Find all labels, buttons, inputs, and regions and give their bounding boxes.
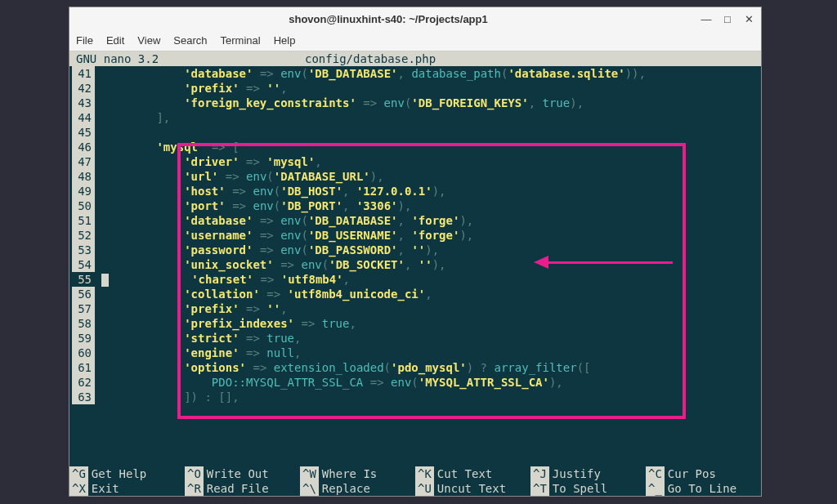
line-number: 59 bbox=[72, 331, 95, 346]
line-code[interactable]: 'username' => env('DB_USERNAME', 'forge'… bbox=[95, 228, 473, 243]
line-code[interactable]: 'mysql' => [ bbox=[95, 140, 239, 154]
code-line[interactable]: 63 ]) : [], bbox=[69, 390, 761, 404]
line-number: 60 bbox=[72, 346, 95, 360]
line-number: 57 bbox=[72, 301, 95, 316]
code-line[interactable]: 43 'foreign_key_constraints' => env('DB_… bbox=[69, 96, 761, 110]
shortcut-item: ^CCur Pos bbox=[646, 466, 761, 481]
maximize-button[interactable]: □ bbox=[722, 13, 733, 25]
line-number: 63 bbox=[72, 390, 95, 404]
shortcut-label: To Spell bbox=[549, 481, 607, 496]
line-number: 53 bbox=[72, 243, 95, 257]
line-code[interactable] bbox=[95, 125, 101, 140]
menu-terminal[interactable]: Terminal bbox=[221, 34, 261, 47]
shortcut-item: ^KCut Text bbox=[415, 466, 530, 481]
line-code[interactable]: 'options' => extension_loaded('pdo_mysql… bbox=[95, 360, 591, 375]
line-number: 46 bbox=[72, 140, 95, 154]
shortcut-label: Go To Line bbox=[665, 481, 736, 496]
line-code[interactable]: 'charset' => 'utf8mb4', bbox=[95, 272, 350, 287]
shortcut-item: ^OWrite Out bbox=[185, 466, 300, 481]
line-number: 45 bbox=[72, 125, 95, 140]
code-line[interactable]: 41 'database' => env('DB_DATABASE', data… bbox=[69, 66, 761, 81]
line-number: 50 bbox=[72, 198, 95, 213]
code-line[interactable]: 60 'engine' => null, bbox=[69, 346, 761, 360]
line-code[interactable]: ]) : [], bbox=[95, 390, 239, 404]
shortcut-key: ^_ bbox=[646, 481, 665, 496]
line-code[interactable]: 'host' => env('DB_HOST', '127.0.0.1'), bbox=[95, 184, 446, 198]
code-line[interactable]: 49 'host' => env('DB_HOST', '127.0.0.1')… bbox=[69, 184, 761, 198]
shortcut-label: Uncut Text bbox=[434, 481, 506, 496]
line-number: 55 bbox=[72, 272, 95, 287]
menu-edit[interactable]: Edit bbox=[106, 34, 124, 47]
terminal-content[interactable]: GNU nano 3.2 config/database.php 41 'dat… bbox=[69, 51, 761, 496]
code-line[interactable]: 52 'username' => env('DB_USERNAME', 'for… bbox=[69, 228, 761, 243]
shortcut-label: Read File bbox=[204, 481, 269, 496]
code-line[interactable]: 47 'driver' => 'mysql', bbox=[69, 154, 761, 169]
code-line[interactable]: 48 'url' => env('DATABASE_URL'), bbox=[69, 169, 761, 184]
line-number: 49 bbox=[72, 184, 95, 198]
code-line[interactable]: 56 'collation' => 'utf8mb4_unicode_ci', bbox=[69, 287, 761, 301]
line-code[interactable]: 'prefix' => '', bbox=[95, 81, 288, 96]
line-code[interactable]: 'collation' => 'utf8mb4_unicode_ci', bbox=[95, 287, 432, 301]
code-line[interactable]: 50 'port' => env('DB_PORT', '3306'), bbox=[69, 198, 761, 213]
line-number: 42 bbox=[72, 81, 95, 96]
line-number: 47 bbox=[72, 154, 95, 169]
code-line[interactable]: 57 'prefix' => '', bbox=[69, 301, 761, 316]
menu-help[interactable]: Help bbox=[274, 34, 296, 47]
annotation-arrow bbox=[534, 259, 673, 265]
code-line[interactable]: 51 'database' => env('DB_DATABASE', 'for… bbox=[69, 213, 761, 228]
line-code[interactable]: 'engine' => null, bbox=[95, 346, 301, 360]
minimize-button[interactable]: — bbox=[700, 13, 712, 25]
code-line[interactable]: 61 'options' => extension_loaded('pdo_my… bbox=[69, 360, 761, 375]
line-number: 41 bbox=[72, 66, 95, 81]
line-number: 51 bbox=[72, 213, 95, 228]
line-code[interactable]: ], bbox=[95, 110, 170, 125]
menu-view[interactable]: View bbox=[137, 34, 160, 47]
nano-version: GNU nano 3.2 bbox=[76, 51, 305, 66]
line-code[interactable]: 'strict' => true, bbox=[95, 331, 301, 346]
line-code[interactable]: 'prefix_indexes' => true, bbox=[95, 316, 356, 331]
shortcut-key: ^O bbox=[185, 466, 204, 481]
shortcut-key: ^J bbox=[530, 466, 549, 481]
line-number: 44 bbox=[72, 110, 95, 125]
line-code[interactable]: 'url' => env('DATABASE_URL'), bbox=[95, 169, 384, 184]
shortcut-item: ^JJustify bbox=[530, 466, 646, 481]
code-line[interactable]: 42 'prefix' => '', bbox=[69, 81, 761, 96]
close-button[interactable]: ✕ bbox=[743, 13, 754, 25]
menubar: File Edit View Search Terminal Help bbox=[69, 30, 761, 51]
code-line[interactable]: 58 'prefix_indexes' => true, bbox=[69, 316, 761, 331]
line-code[interactable]: 'port' => env('DB_PORT', '3306'), bbox=[95, 198, 411, 213]
line-code[interactable]: 'foreign_key_constraints' => env('DB_FOR… bbox=[95, 96, 584, 110]
line-code[interactable]: 'prefix' => '', bbox=[95, 301, 288, 316]
shortcut-item: ^_Go To Line bbox=[646, 481, 761, 496]
shortcut-label: Justify bbox=[549, 466, 601, 481]
shortcut-label: Cut Text bbox=[434, 466, 492, 481]
window-controls: — □ ✕ bbox=[700, 13, 754, 25]
shortcut-item: ^\Replace bbox=[300, 481, 415, 496]
line-code[interactable]: 'database' => env('DB_DATABASE', 'forge'… bbox=[95, 213, 473, 228]
menu-file[interactable]: File bbox=[76, 34, 93, 47]
shortcut-key: ^W bbox=[300, 466, 319, 481]
code-line[interactable]: 53 'password' => env('DB_PASSWORD', ''), bbox=[69, 243, 761, 257]
line-code[interactable]: 'database' => env('DB_DATABASE', databas… bbox=[95, 66, 646, 81]
line-code[interactable]: PDO::MYSQL_ATTR_SSL_CA => env('MYSQL_ATT… bbox=[95, 375, 563, 390]
line-code[interactable]: 'password' => env('DB_PASSWORD', ''), bbox=[95, 243, 439, 257]
shortcut-label: Replace bbox=[319, 481, 370, 496]
code-line[interactable]: 59 'strict' => true, bbox=[69, 331, 761, 346]
code-line[interactable]: 44 ], bbox=[69, 110, 761, 125]
code-line[interactable]: 46 'mysql' => [ bbox=[69, 140, 761, 154]
line-number: 54 bbox=[72, 257, 95, 272]
code-line[interactable]: 62 PDO::MYSQL_ATTR_SSL_CA => env('MYSQL_… bbox=[69, 375, 761, 390]
nano-filename: config/database.php bbox=[305, 51, 754, 66]
code-area[interactable]: 41 'database' => env('DB_DATABASE', data… bbox=[69, 66, 761, 404]
line-code[interactable]: 'unix_socket' => env('DB_SOCKET', ''), bbox=[95, 257, 446, 272]
shortcut-item: ^XExit bbox=[69, 481, 185, 496]
code-line[interactable]: 45 bbox=[69, 125, 761, 140]
line-code[interactable]: 'driver' => 'mysql', bbox=[95, 154, 322, 169]
menu-search[interactable]: Search bbox=[173, 34, 207, 47]
titlebar[interactable]: shovon@linuxhint-s40: ~/Projects/app1 — … bbox=[69, 7, 761, 30]
shortcut-key: ^G bbox=[69, 466, 88, 481]
line-number: 62 bbox=[72, 375, 95, 390]
code-line[interactable]: 55 'charset' => 'utf8mb4', bbox=[69, 272, 761, 287]
shortcut-key: ^U bbox=[415, 481, 434, 496]
shortcut-key: ^R bbox=[185, 481, 204, 496]
